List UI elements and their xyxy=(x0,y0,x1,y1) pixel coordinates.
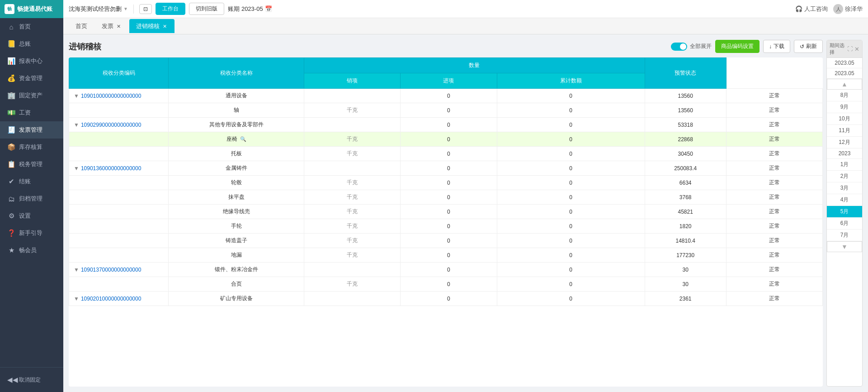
table-cell-name: 托板 xyxy=(169,147,304,161)
table-cell-code xyxy=(69,277,169,292)
tab-home[interactable]: 首页 xyxy=(69,19,94,33)
inventory-icon: 📦 xyxy=(7,143,15,151)
month-8[interactable]: 8月 xyxy=(827,90,862,101)
table-cell-unit: 千克 xyxy=(304,248,401,263)
table-cell-sales: 0 xyxy=(401,190,497,205)
company-selector[interactable]: 沈海英测试经营勿删 ▼ xyxy=(69,5,128,13)
main-area: 沈海英测试经营勿删 ▼ ⊡ 工作台 切到旧版 账期 2023-05 📅 🎧 人工… xyxy=(63,0,868,392)
th-name: 税收分类名称 xyxy=(169,58,304,89)
sidebar-item-settings[interactable]: ⚙ 设置 xyxy=(0,207,63,225)
unpin-button[interactable]: ◀◀ 取消固定 xyxy=(0,371,63,388)
tab-invoice-close[interactable]: ✕ xyxy=(115,23,122,29)
sidebar-item-home[interactable]: ⌂ 首页 xyxy=(0,18,63,35)
tab-invoice[interactable]: 发票 ✕ xyxy=(95,19,128,33)
table-cell-unit: 千克 xyxy=(304,190,401,205)
sidebar-item-guide[interactable]: ❓ 新手引导 xyxy=(0,225,63,242)
table-cell-purchase: 0 xyxy=(497,234,645,248)
table-cell-total: 177230 xyxy=(645,248,726,263)
period-2023-05-first[interactable]: 2023.05 xyxy=(827,58,862,68)
workspace-button[interactable]: 工作台 xyxy=(156,3,185,15)
table-cell-name: 座椅🔍 xyxy=(169,132,304,147)
panel-scroll-up[interactable]: ▲ xyxy=(827,79,862,90)
month-11[interactable]: 11月 xyxy=(827,125,862,137)
invoice-icon: 🧾 xyxy=(7,126,15,134)
table-cell-purchase: 0 xyxy=(497,161,645,176)
table-cell-unit: 千克 xyxy=(304,234,401,248)
table-cell-total: 13560 xyxy=(645,103,726,118)
table-cell-status: 正常 xyxy=(726,248,822,263)
table-cell-code xyxy=(69,103,169,118)
sidebar-item-funds[interactable]: 💰 资金管理 xyxy=(0,70,63,87)
table-cell-sales: 0 xyxy=(401,277,497,292)
table-cell-sales: 0 xyxy=(401,147,497,161)
table-cell-status: 正常 xyxy=(726,205,822,219)
panel-scroll-down[interactable]: ▼ xyxy=(827,241,862,252)
topbar-period: 账期 2023-05 📅 xyxy=(228,5,272,13)
month-3[interactable]: 3月 xyxy=(827,182,862,194)
save-draft-button[interactable]: ⊡ xyxy=(139,4,152,14)
tab-check-close[interactable]: ✕ xyxy=(161,23,168,29)
table-cell-name: 金属铸件 xyxy=(169,161,304,176)
panel-close-icon[interactable]: ✕ xyxy=(854,46,859,53)
table-cell-sales: 0 xyxy=(401,234,497,248)
edit-icon[interactable]: 🔍 xyxy=(240,136,246,142)
table-cell-name: 锻件、粉末冶金件 xyxy=(169,263,304,277)
sidebar-item-invoice[interactable]: 🧾 发票管理 xyxy=(0,121,63,139)
funds-icon: 💰 xyxy=(7,74,15,82)
table-cell-name: 地漏 xyxy=(169,248,304,263)
data-table-wrap: 税收分类编码 税收分类名称 数量 预警状态 销项 进项 累计数额 xyxy=(69,57,823,387)
sidebar-item-salary[interactable]: 💵 工资 xyxy=(0,104,63,121)
refresh-btn[interactable]: ↺ 刷新 xyxy=(794,40,823,53)
table-cell-name: 手轮 xyxy=(169,219,304,234)
sidebar-item-member[interactable]: ★ 畅会员 xyxy=(0,242,63,259)
month-4[interactable]: 4月 xyxy=(827,194,862,206)
month-6[interactable]: 6月 xyxy=(827,218,862,229)
expand-toggle[interactable]: 全部展开 xyxy=(671,43,712,51)
support-link[interactable]: 🎧 人工咨询 xyxy=(795,5,828,13)
topbar-divider-1 xyxy=(133,5,134,14)
year-2023[interactable]: 2023 xyxy=(827,148,862,159)
sidebar-item-reports[interactable]: 📊 报表中心 xyxy=(0,53,63,70)
table-cell-unit xyxy=(304,161,401,176)
table-cell-status: 正常 xyxy=(726,292,822,306)
table-cell-purchase: 0 xyxy=(497,132,645,147)
sidebar-item-assets[interactable]: 🏢 固定资产 xyxy=(0,87,63,104)
month-10[interactable]: 10月 xyxy=(827,113,862,125)
month-5[interactable]: 5月 xyxy=(827,206,862,218)
sidebar-item-inventory[interactable]: 📦 库存核算 xyxy=(0,139,63,156)
table-cell-purchase: 0 xyxy=(497,89,645,103)
month-1[interactable]: 1月 xyxy=(827,159,862,171)
table-cell-name: 抹平盘 xyxy=(169,190,304,205)
switch-version-button[interactable]: 切到旧版 xyxy=(189,3,224,15)
table-cell-total: 1820 xyxy=(645,219,726,234)
sidebar-item-archive[interactable]: 🗂 归档管理 xyxy=(0,190,63,207)
member-icon: ★ xyxy=(7,246,15,254)
panel-expand-icon[interactable]: ⛶ xyxy=(847,46,853,53)
table-cell-unit xyxy=(304,89,401,103)
product-code-btn[interactable]: 商品编码设置 xyxy=(715,40,760,53)
sidebar-bottom: ◀◀ 取消固定 xyxy=(0,367,63,392)
table-cell-unit: 千克 xyxy=(304,147,401,161)
table-cell-sales: 0 xyxy=(401,103,497,118)
logo-icon: 畅 xyxy=(5,4,14,14)
table-cell-sales: 0 xyxy=(401,118,497,132)
sidebar-item-settle[interactable]: ✔ 结账 xyxy=(0,173,63,190)
calendar-icon[interactable]: 📅 xyxy=(265,5,272,12)
month-9[interactable]: 9月 xyxy=(827,101,862,113)
sidebar-item-tax[interactable]: 📋 税务管理 xyxy=(0,156,63,173)
table-cell-unit: 千克 xyxy=(304,132,401,147)
sidebar-item-ledger[interactable]: 📒 总账 xyxy=(0,35,63,53)
month-7[interactable]: 7月 xyxy=(827,229,862,241)
table-cell-unit: 千克 xyxy=(304,176,401,190)
period-2023-05-second[interactable]: 2023.05 xyxy=(827,68,862,79)
month-2[interactable]: 2月 xyxy=(827,171,862,182)
download-btn[interactable]: ↓ 下载 xyxy=(763,40,790,53)
assets-icon: 🏢 xyxy=(7,91,15,100)
month-12[interactable]: 12月 xyxy=(827,137,862,148)
tab-check[interactable]: 进销稽核 ✕ xyxy=(129,19,175,33)
table-cell-code: ▼10902010000000000000 xyxy=(69,292,169,306)
refresh-icon: ↺ xyxy=(800,43,804,50)
table-cell-total: 6634 xyxy=(645,176,726,190)
user-profile[interactable]: 人 徐泽华 xyxy=(833,4,863,14)
toggle-track[interactable] xyxy=(671,43,687,51)
